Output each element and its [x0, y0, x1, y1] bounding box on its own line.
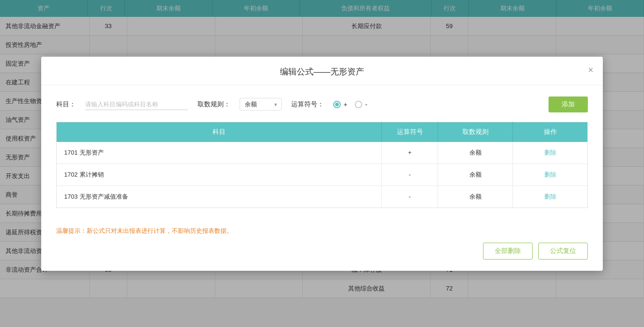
radio-plus-label: +	[344, 101, 347, 108]
col-operator: 运算符号	[382, 122, 438, 142]
col-action: 操作	[513, 122, 588, 142]
cell-subject: 1702 累计摊销	[57, 164, 382, 186]
cell-subject: 1703 无形资产减值准备	[57, 186, 382, 208]
delete-all-button[interactable]: 全部删除	[483, 243, 533, 260]
rule-select-wrapper: 余额借方贷方借方累计贷方累计 ▼	[240, 98, 282, 111]
cell-action: 删除	[513, 142, 588, 164]
cell-rule: 余额	[438, 142, 513, 164]
cell-operator: +	[382, 142, 438, 164]
subject-input[interactable]	[85, 99, 188, 110]
modal-dialog: 编辑公式——无形资产 × 科目： 取数规则： 余额借方贷方借方累计贷方累计 ▼ …	[41, 57, 603, 271]
rule-label: 取数规则：	[198, 100, 230, 109]
col-subject: 科目	[57, 122, 382, 142]
add-button[interactable]: 添加	[549, 97, 588, 112]
reset-formula-button[interactable]: 公式复位	[538, 243, 588, 260]
delete-row-button[interactable]: 删除	[544, 171, 556, 179]
radio-plus[interactable]: +	[333, 101, 347, 108]
modal-footer: 温馨提示：新公式只对未出报表进行计算，不影响历史报表数据。 全部删除 公式复位	[41, 219, 603, 271]
delete-row-button[interactable]: 删除	[544, 149, 556, 157]
modal-close-button[interactable]: ×	[588, 65, 593, 74]
table-header-row: 科目 运算符号 取数规则 操作	[57, 122, 588, 142]
cell-action: 删除	[513, 186, 588, 208]
rule-select[interactable]: 余额借方贷方借方累计贷方累计	[240, 98, 282, 111]
table-row: 1702 累计摊销 - 余额 删除	[57, 164, 588, 186]
operator-label: 运算符号：	[291, 100, 324, 109]
modal-overlay: 编辑公式——无形资产 × 科目： 取数规则： 余额借方贷方借方累计贷方累计 ▼ …	[0, 0, 644, 327]
modal-title: 编辑公式——无形资产	[280, 67, 364, 76]
operator-radio-group: + -	[333, 101, 367, 108]
col-rule: 取数规则	[438, 122, 513, 142]
formula-table: 科目 运算符号 取数规则 操作 1701 无形资产 + 余额 删除 1702 累…	[56, 122, 588, 208]
radio-minus-circle	[355, 101, 362, 108]
footer-tip: 温馨提示：新公式只对未出报表进行计算，不影响历史报表数据。	[56, 227, 588, 235]
radio-minus[interactable]: -	[355, 101, 367, 108]
cell-action: 删除	[513, 164, 588, 186]
cell-subject: 1701 无形资产	[57, 142, 382, 164]
form-row: 科目： 取数规则： 余额借方贷方借方累计贷方累计 ▼ 运算符号： + -	[56, 97, 588, 112]
modal-header: 编辑公式——无形资产 ×	[41, 57, 603, 85]
subject-label: 科目：	[56, 100, 76, 109]
delete-row-button[interactable]: 删除	[544, 193, 556, 201]
footer-buttons: 全部删除 公式复位	[56, 243, 588, 260]
radio-plus-circle	[333, 101, 341, 108]
radio-minus-label: -	[365, 101, 367, 108]
table-row: 1701 无形资产 + 余额 删除	[57, 142, 588, 164]
cell-operator: -	[382, 164, 438, 186]
cell-rule: 余额	[438, 164, 513, 186]
cell-operator: -	[382, 186, 438, 208]
table-row: 1703 无形资产减值准备 - 余额 删除	[57, 186, 588, 208]
modal-body: 科目： 取数规则： 余额借方贷方借方累计贷方累计 ▼ 运算符号： + -	[41, 85, 603, 219]
cell-rule: 余额	[438, 186, 513, 208]
